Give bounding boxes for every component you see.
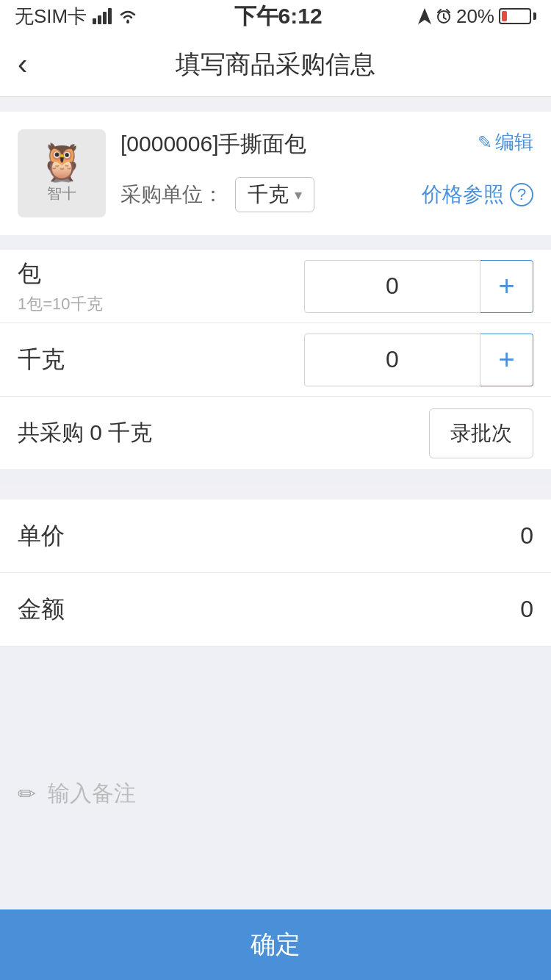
unit-select[interactable]: 千克 ▾ — [235, 177, 314, 212]
kg-main-label: 千克 — [18, 344, 135, 376]
edit-icon: ✎ — [478, 132, 492, 153]
page-title: 填写商品采购信息 — [176, 48, 375, 82]
price-section: 单价 0 金额 0 — [0, 500, 551, 646]
carrier-label: 无SIM卡 — [15, 4, 87, 29]
bao-sub-label: 1包=10千克 — [18, 293, 135, 315]
alarm-icon — [436, 8, 452, 24]
note-section[interactable]: ✏ 输入备注 — [0, 646, 551, 940]
wifi-icon — [118, 8, 138, 24]
status-bar: 无SIM卡 下午6:12 — [0, 0, 551, 32]
kg-input-row: 千克 0 + — [0, 323, 551, 397]
unit-row: 采购单位： 千克 ▾ 价格参照 ? — [120, 177, 533, 212]
product-name: [0000006]手撕面包 — [120, 129, 306, 159]
chevron-down-icon: ▾ — [295, 186, 302, 203]
confirm-bar[interactable]: 确定 — [0, 909, 551, 980]
battery-icon — [499, 8, 536, 24]
amount-row: 金额 0 — [0, 573, 551, 646]
back-button[interactable]: ‹ — [18, 40, 42, 88]
product-image: 🦉 智十 — [18, 129, 106, 217]
product-info: [0000006]手撕面包 ✎ 编辑 采购单位： 千克 ▾ 价格参照 ? — [120, 129, 533, 212]
kg-input-right: 0 + — [304, 334, 533, 386]
kg-label-group: 千克 — [18, 344, 135, 376]
section-separator-2 — [0, 470, 551, 485]
unit-price-value: 0 — [520, 522, 533, 550]
price-ref-button[interactable]: 价格参照 ? — [422, 181, 533, 209]
unit-price-row: 单价 0 — [0, 500, 551, 573]
svg-point-0 — [126, 21, 129, 24]
product-name-row: [0000006]手撕面包 ✎ 编辑 — [120, 129, 533, 159]
bao-main-label: 包 — [18, 258, 135, 290]
help-icon: ? — [510, 183, 533, 206]
amount-label: 金额 — [18, 594, 520, 626]
status-time: 下午6:12 — [234, 1, 323, 32]
nav-bar: ‹ 填写商品采购信息 — [0, 32, 551, 97]
product-card: 🦉 智十 [0000006]手撕面包 ✎ 编辑 采购单位： 千克 ▾ — [0, 112, 551, 235]
bao-input-row: 包 1包=10千克 0 + — [0, 250, 551, 323]
signal-icon — [93, 8, 112, 24]
brand-label: 智十 — [47, 184, 76, 203]
summary-row: 共采购 0 千克 录批次 — [0, 397, 551, 470]
product-icon: 🦉 — [39, 144, 84, 181]
note-placeholder: 输入备注 — [48, 779, 136, 809]
edit-button[interactable]: ✎ 编辑 — [478, 129, 533, 155]
svg-line-3 — [444, 18, 446, 19]
unit-price-label: 单价 — [18, 520, 520, 552]
bao-input-right: 0 + — [304, 260, 533, 313]
bao-label-group: 包 1包=10千克 — [18, 258, 135, 315]
section-separator-1 — [0, 235, 551, 250]
summary-text: 共采购 0 千克 — [18, 418, 429, 448]
batch-button[interactable]: 录批次 — [429, 408, 533, 458]
pencil-icon: ✏ — [18, 781, 36, 807]
input-section: 包 1包=10千克 0 + 千克 0 + — [0, 250, 551, 470]
bao-plus-button[interactable]: + — [480, 260, 533, 313]
bao-input[interactable]: 0 — [304, 260, 480, 313]
unit-label: 采购单位： — [120, 181, 223, 209]
amount-value: 0 — [520, 596, 533, 623]
kg-plus-button[interactable]: + — [480, 334, 533, 386]
location-icon — [418, 8, 431, 24]
status-left: 无SIM卡 — [15, 4, 138, 29]
confirm-button-text: 确定 — [251, 928, 300, 962]
kg-input[interactable]: 0 — [304, 334, 480, 386]
battery-percent: 20% — [456, 5, 494, 28]
status-right: 20% — [418, 5, 536, 28]
